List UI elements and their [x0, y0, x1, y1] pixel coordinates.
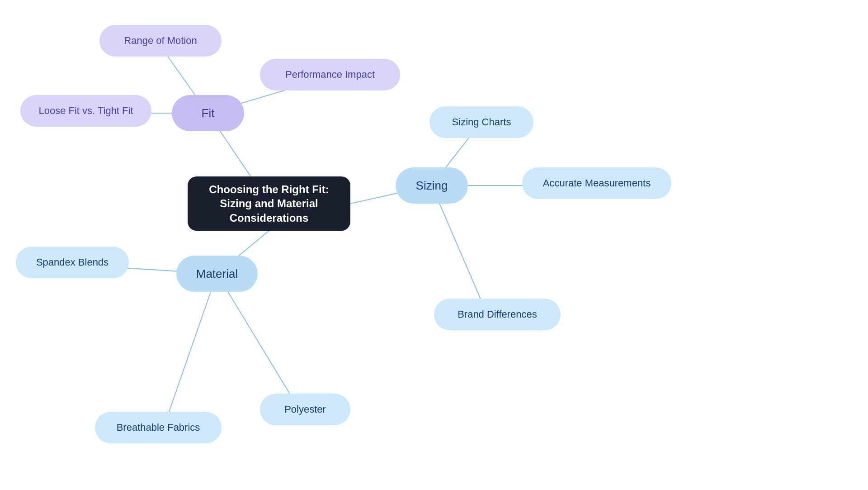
- svg-line-10: [163, 274, 217, 430]
- svg-line-7: [432, 186, 488, 317]
- spandex-blends-node: Spandex Blends: [16, 247, 129, 278]
- svg-line-11: [217, 274, 301, 412]
- breathable-fabrics-node: Breathable Fabrics: [95, 412, 222, 443]
- accurate-measurements-node: Accurate Measurements: [522, 167, 671, 199]
- sizing-node: Sizing: [396, 167, 468, 204]
- mindmap-container: Choosing the Right Fit: Sizing and Mater…: [0, 0, 868, 490]
- performance-impact-node: Performance Impact: [260, 59, 400, 90]
- center-node: Choosing the Right Fit: Sizing and Mater…: [188, 176, 350, 231]
- sizing-charts-node: Sizing Charts: [429, 106, 533, 138]
- material-node: Material: [176, 256, 258, 292]
- brand-differences-node: Brand Differences: [434, 299, 561, 330]
- loose-fit-tight-fit-node: Loose Fit vs. Tight Fit: [20, 95, 151, 127]
- range-of-motion-node: Range of Motion: [99, 25, 222, 57]
- fit-node: Fit: [172, 95, 244, 131]
- polyester-node: Polyester: [260, 394, 350, 425]
